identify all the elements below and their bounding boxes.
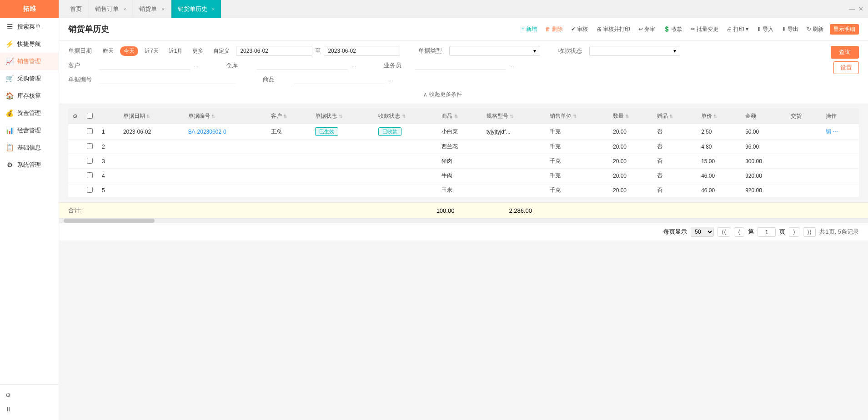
- abandon-button[interactable]: ↩ 弃审: [637, 25, 657, 34]
- tab-minimize-icon[interactable]: —: [849, 5, 855, 12]
- show-detail-button[interactable]: 显示明细: [830, 24, 859, 35]
- refresh-button[interactable]: ↻ 刷新: [805, 25, 825, 34]
- date-to-input[interactable]: [324, 46, 400, 56]
- sidebar-bottom-pause[interactable]: ⏸: [0, 402, 59, 416]
- col-unit-price[interactable]: 单价 ⇅: [697, 109, 741, 124]
- sidebar-item-label: 经营管理: [17, 126, 41, 135]
- doc-type-select[interactable]: ▾: [449, 46, 540, 56]
- col-sales-unit[interactable]: 销售单位 ⇅: [545, 109, 608, 124]
- row-checkbox-1[interactable]: [87, 143, 93, 149]
- tab-sales-order-close[interactable]: ×: [123, 6, 126, 12]
- cell-transaction: [786, 154, 821, 169]
- sidebar-item-operations-mgmt[interactable]: 📊 经营管理: [0, 122, 59, 139]
- batch-change-button[interactable]: ✏ 批量变更: [689, 25, 720, 34]
- customer-dots[interactable]: ...: [194, 62, 199, 69]
- page-number-input[interactable]: [758, 227, 776, 237]
- collect-button[interactable]: 💲 收款: [662, 25, 684, 34]
- review-button[interactable]: ✔ 审核: [569, 25, 590, 34]
- last-page-button[interactable]: ⟩⟩: [803, 227, 816, 237]
- row-checkbox-3[interactable]: [87, 172, 93, 178]
- col-quantity[interactable]: 数量 ⇅: [608, 109, 652, 124]
- sort-receipt-status-icon: ⇅: [402, 114, 406, 119]
- row-checkbox-2[interactable]: [87, 158, 93, 164]
- doc-number-input[interactable]: [99, 75, 236, 84]
- date-chip-custom[interactable]: 自定义: [210, 46, 233, 56]
- page-size-select[interactable]: 50 100 200: [691, 227, 714, 237]
- new-button[interactable]: + 新增: [520, 25, 539, 34]
- import-button[interactable]: ⬆ 导入: [755, 25, 775, 34]
- cell-doc-status: [311, 183, 374, 198]
- col-doc-date[interactable]: 单据日期 ⇅: [119, 109, 184, 124]
- cell-gift: 否: [652, 140, 697, 154]
- warehouse-dots[interactable]: ...: [351, 62, 356, 69]
- customer-input[interactable]: [99, 60, 190, 70]
- date-sep: 至: [315, 47, 321, 55]
- warehouse-input[interactable]: [257, 60, 348, 70]
- doc-number-link[interactable]: SA-20230602-0: [188, 129, 226, 135]
- system-mgmt-icon: ⚙: [5, 161, 14, 169]
- row-checkbox-4[interactable]: [87, 187, 93, 193]
- first-page-button[interactable]: ⟨⟨: [717, 227, 730, 237]
- page-unit: 页: [779, 228, 785, 236]
- export-button[interactable]: ⬇ 导出: [780, 25, 800, 34]
- sidebar-item-quick-nav[interactable]: ⚡ 快捷导航: [0, 35, 59, 53]
- col-receipt-status[interactable]: 收款状态 ⇅: [374, 109, 437, 124]
- sidebar-bottom-settings[interactable]: ⚙: [0, 388, 59, 402]
- col-goods[interactable]: 商品 ⇅: [437, 109, 482, 124]
- cell-doc-date: 2023-06-02: [119, 124, 184, 140]
- sidebar-item-search-menu[interactable]: ☰ 搜索菜单: [0, 18, 59, 35]
- date-chip-more[interactable]: 更多: [189, 46, 207, 56]
- col-doc-number[interactable]: 单据编号 ⇅: [184, 109, 267, 124]
- tab-close-all-icon[interactable]: ✕: [858, 5, 863, 12]
- doc-date-label: 单据日期: [68, 47, 95, 55]
- review-print-button[interactable]: 🖨 审核并打印: [594, 25, 632, 34]
- sidebar: 拓维 ☰ 搜索菜单 ⚡ 快捷导航 📈 销售管理 🛒 采购管理 🏠 库存核算 💰 …: [0, 0, 59, 420]
- sidebar-item-sales-mgmt[interactable]: 📈 销售管理: [0, 53, 59, 70]
- date-chip-7days[interactable]: 近7天: [141, 46, 162, 56]
- tab-sales-delivery-close[interactable]: ×: [161, 6, 164, 12]
- sidebar-item-purchase-mgmt[interactable]: 🛒 采购管理: [0, 70, 59, 87]
- col-doc-status[interactable]: 单据状态 ⇅: [311, 109, 374, 124]
- tab-sales-history[interactable]: 销货单历史 ×: [171, 0, 221, 18]
- tab-home[interactable]: 首页: [64, 0, 89, 18]
- cell-doc-number: [184, 140, 267, 154]
- row-checkbox-0[interactable]: [87, 128, 93, 134]
- cell-actions: [821, 154, 859, 169]
- goods-input[interactable]: [294, 75, 385, 84]
- date-chip-yesterday[interactable]: 昨天: [99, 46, 117, 56]
- tab-sales-order[interactable]: 销售订单 ×: [89, 0, 133, 18]
- sidebar-item-inventory[interactable]: 🏠 库存核算: [0, 87, 59, 105]
- scrollbar-row[interactable]: [59, 218, 868, 223]
- filter-row-2: 客户 ... 仓库 ... 业务员 ...: [68, 60, 817, 70]
- tab-sales-history-close[interactable]: ×: [212, 6, 215, 12]
- sidebar-item-finance-mgmt[interactable]: 💰 资金管理: [0, 105, 59, 122]
- cell-row-num: 1: [97, 124, 119, 140]
- next-page-button[interactable]: ⟩: [789, 227, 799, 237]
- sidebar-item-basic-info[interactable]: 📋 基础信息: [0, 139, 59, 156]
- print-button[interactable]: 🖨 打印 ▾: [725, 25, 750, 34]
- col-customer[interactable]: 客户 ⇅: [266, 109, 311, 124]
- toolbar: + 新增 🗑 删除 ✔ 审核 🖨 审核并打印 ↩ 弃审: [520, 24, 859, 35]
- salesperson-dots[interactable]: ...: [509, 62, 514, 69]
- prev-page-button[interactable]: ⟨: [734, 227, 744, 237]
- col-settings[interactable]: ⚙: [68, 109, 82, 124]
- date-chip-1month[interactable]: 近1月: [165, 46, 186, 56]
- filter-collapse[interactable]: ∧ 收起更多条件: [68, 89, 817, 98]
- query-button[interactable]: 查询: [831, 46, 859, 59]
- receipt-status-select[interactable]: ▾: [589, 46, 680, 56]
- col-gift[interactable]: 赠品 ⇅: [652, 109, 697, 124]
- col-spec-type[interactable]: 规格型号 ⇅: [482, 109, 545, 124]
- goods-dots[interactable]: ...: [388, 76, 393, 83]
- settings-button[interactable]: 设置: [833, 61, 859, 74]
- salesperson-input[interactable]: [415, 60, 506, 70]
- date-from-input[interactable]: [236, 46, 312, 56]
- date-chip-today[interactable]: 今天: [120, 46, 138, 56]
- more-action[interactable]: ⋯: [833, 128, 838, 135]
- tab-sales-delivery[interactable]: 销货单 ×: [133, 0, 171, 18]
- settings-bottom-icon: ⚙: [5, 392, 11, 399]
- delete-button[interactable]: 🗑 删除: [543, 25, 565, 34]
- cell-doc-number: [184, 169, 267, 183]
- select-all-checkbox[interactable]: [87, 113, 93, 119]
- sidebar-item-system-mgmt[interactable]: ⚙ 系统管理: [0, 156, 59, 174]
- edit-action[interactable]: 编: [826, 128, 831, 135]
